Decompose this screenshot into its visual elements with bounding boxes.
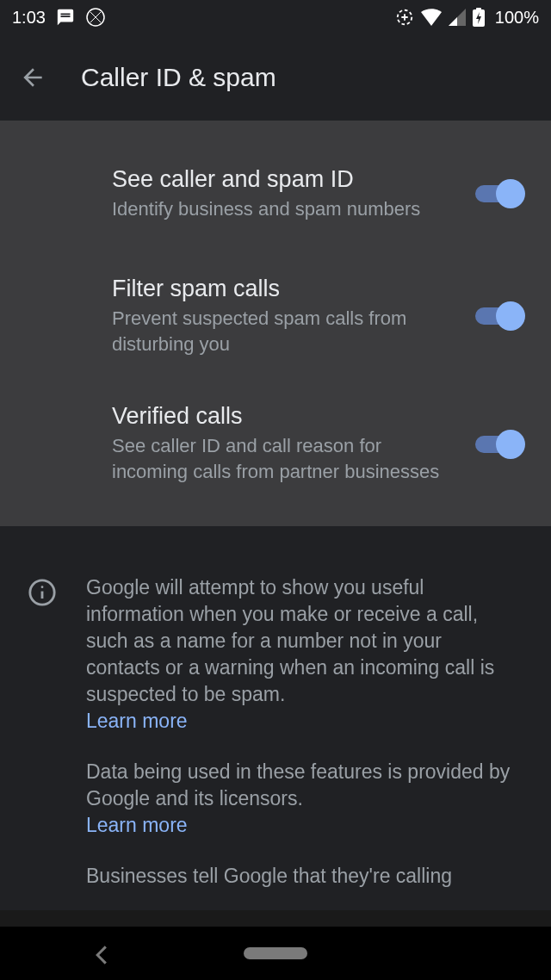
setting-title: Filter spam calls [112,276,449,302]
setting-desc: Identify business and spam numbers [112,196,449,222]
wifi-icon [421,9,442,26]
info-body: Google will attempt to show you useful i… [86,574,520,890]
info-section: Google will attempt to show you useful i… [0,526,551,910]
status-time: 1:03 [12,8,46,28]
system-nav-bar [0,927,551,980]
system-back-button[interactable] [95,945,112,962]
system-home-pill[interactable] [244,947,307,959]
cell-signal-icon [449,9,466,26]
toggle-filter-spam[interactable] [475,307,520,325]
info-icon [28,578,57,607]
settings-list: See caller and spam ID Identify business… [0,121,551,526]
status-right: 100% [395,8,539,28]
setting-desc: Prevent suspected spam calls from distur… [112,306,449,357]
data-saver-icon [395,8,414,27]
setting-caller-spam-id[interactable]: See caller and spam ID Identify business… [0,146,551,241]
app-bar: Caller ID & spam [0,34,551,121]
setting-title: Verified calls [112,403,449,430]
toggle-verified-calls[interactable] [475,436,520,453]
battery-icon [473,8,485,27]
setting-desc: See caller ID and call reason for incomi… [112,433,449,484]
setting-filter-spam[interactable]: Filter spam calls Prevent suspected spam… [0,264,551,369]
svg-rect-3 [476,8,481,10]
app-circle-icon [85,7,106,28]
info-paragraph-2: Data being used in these features is pro… [86,759,520,839]
status-bar: 1:03 100% [0,0,551,34]
learn-more-link-2[interactable]: Learn more [86,814,188,836]
status-left: 1:03 [12,7,106,28]
svg-point-6 [41,586,44,588]
info-paragraph-1: Google will attempt to show you useful i… [86,574,520,735]
learn-more-link-1[interactable]: Learn more [86,710,188,732]
notification-icon [56,8,75,27]
setting-title: See caller and spam ID [112,166,449,193]
battery-percent: 100% [495,8,539,28]
setting-verified-calls[interactable]: Verified calls See caller ID and call re… [0,391,551,496]
info-paragraph-3: Businesses tell Google that they're call… [86,863,520,890]
back-button[interactable] [19,64,46,91]
page-title: Caller ID & spam [81,63,276,92]
toggle-caller-spam-id[interactable] [475,185,520,202]
